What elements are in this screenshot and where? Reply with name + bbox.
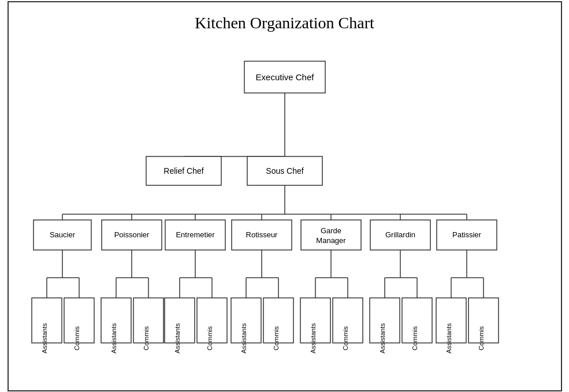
poissonier-label: Poissonier <box>114 230 149 239</box>
entremetier-assistants-label: Assistants <box>174 323 181 353</box>
grillardin-assistants-label: Assistants <box>379 323 386 353</box>
patissier-node: Patissier <box>437 220 497 250</box>
svg-rect-7 <box>301 220 361 250</box>
saucier-assistants-label: Assistants <box>41 323 48 353</box>
garde-assistants-label: Assistants <box>310 323 317 353</box>
poissonier-commis-label: Commis <box>143 326 150 350</box>
grillardin-commis-node: Commis <box>402 298 432 350</box>
patissier-commis-node: Commis <box>468 298 499 350</box>
executive-chef-label: Executive Chef <box>255 72 314 82</box>
poissonier-node: Poissonier <box>102 220 162 250</box>
entremetier-commis-label: Commis <box>206 326 213 350</box>
garde-manager-node: Garde Manager <box>301 220 361 250</box>
executive-chef-node: Executive Chef <box>244 61 325 93</box>
grillardin-assistants-node: Assistants <box>370 298 400 353</box>
chart-container: Kitchen Organization Chart Executive Che… <box>8 1 562 391</box>
garde-commis-node: Commis <box>333 298 363 350</box>
poissonier-assistants-node: Assistants <box>101 298 131 353</box>
sous-chef-node: Sous Chef <box>247 156 322 185</box>
patissier-assistants-node: Assistants <box>436 298 466 353</box>
entremetier-assistants-node: Assistants <box>165 298 195 353</box>
patissier-label: Patissier <box>452 230 482 239</box>
entremetier-commis-node: Commis <box>197 298 227 350</box>
patissier-assistants-label: Assistants <box>445 323 452 353</box>
poissonier-assistants-label: Assistants <box>110 323 117 353</box>
rotisseur-commis-node: Commis <box>263 298 293 350</box>
entremetier-label: Entremetier <box>176 230 215 239</box>
poissonier-commis-node: Commis <box>133 298 163 350</box>
saucier-node: Saucier <box>34 220 91 250</box>
org-chart: Executive Chef Relief Chef Sous Chef <box>19 50 551 373</box>
svg-text:Manager: Manager <box>316 236 346 245</box>
rotisseur-assistants-label: Assistants <box>240 323 247 353</box>
patissier-commis-label: Commis <box>478 326 485 350</box>
rotisseur-assistants-node: Assistants <box>231 298 261 353</box>
saucier-commis-label: Commis <box>73 326 80 350</box>
saucier-assistants-node: Assistants <box>32 298 62 353</box>
garde-commis-label: Commis <box>342 326 349 350</box>
garde-manager-label: Garde <box>320 226 341 235</box>
grillardin-commis-label: Commis <box>411 326 418 350</box>
org-chart-svg: Executive Chef Relief Chef Sous Chef <box>19 50 551 373</box>
saucier-label: Saucier <box>49 230 75 239</box>
garde-assistants-node: Assistants <box>300 298 330 353</box>
chart-title: Kitchen Organization Chart <box>14 14 555 32</box>
grillardin-label: Grillardin <box>385 230 415 239</box>
entremetier-node: Entremetier <box>165 220 225 250</box>
relief-chef-label: Relief Chef <box>163 166 203 176</box>
grillardin-node: Grillardin <box>370 220 430 250</box>
saucier-commis-node: Commis <box>64 298 94 350</box>
sous-chef-label: Sous Chef <box>266 166 303 176</box>
relief-chef-node: Relief Chef <box>146 156 221 185</box>
rotisseur-commis-label: Commis <box>273 326 280 350</box>
rotisseur-node: Rotisseur <box>232 220 292 250</box>
rotisseur-label: Rotisseur <box>246 230 278 239</box>
